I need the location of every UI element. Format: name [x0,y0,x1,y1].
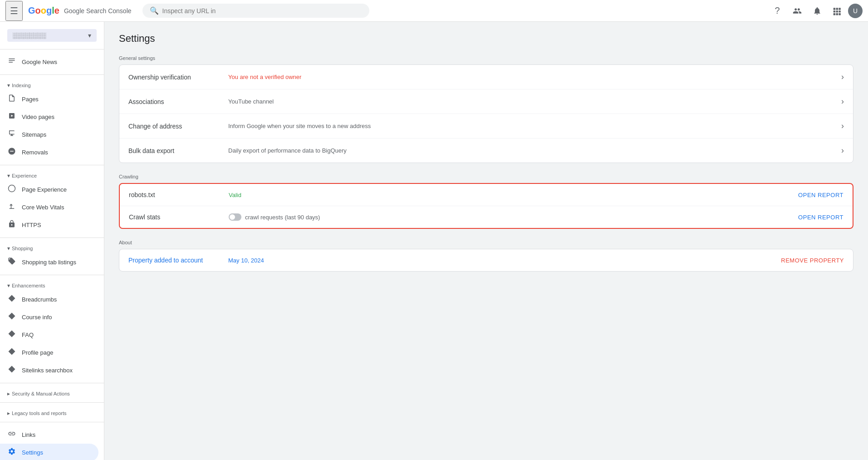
robots-txt-row[interactable]: robots.txt Valid OPEN REPORT [120,184,853,206]
property-selector[interactable]: ░░░░░░░░ ▾ [7,29,97,42]
sidebar-item-sitemaps[interactable]: Sitemaps [0,126,98,143]
links-icon [7,430,16,440]
sidebar-divider-5 [0,383,104,383]
sidebar-item-links[interactable]: Links [0,426,98,444]
crawl-toggle[interactable] [229,213,241,221]
sidebar-section-security[interactable]: ▸ Security & Manual Actions [0,387,104,399]
sidebar-item-course-info[interactable]: Course info [0,308,98,326]
sidebar-divider-4 [0,275,104,275]
sidebar-section-enhancements[interactable]: ▾ Enhancements [0,279,104,291]
avatar[interactable]: U [848,4,863,18]
sidebar-item-sitelinks-searchbox[interactable]: Sitelinks searchbox [0,361,98,379]
sidebar-section-legacy-label: Legacy tools and reports [12,411,66,416]
profile-page-icon [7,347,16,358]
help-icon[interactable]: ? [768,2,786,20]
sidebar-item-breadcrumbs[interactable]: Breadcrumbs [0,291,98,308]
sidebar-item-core-web-vitals[interactable]: Core Web Vitals [0,198,98,216]
crawl-stats-desc: crawl requests (last 90 days) [245,214,798,221]
sidebar-item-settings-label: Settings [22,449,43,456]
crawl-stats-row[interactable]: Crawl stats crawl requests (last 90 days… [120,206,853,228]
sidebar-divider-top [0,49,104,49]
change-of-address-row[interactable]: Change of address Inform Google when you… [119,114,853,138]
search-icon: 🔍 [150,6,159,15]
sidebar-section-legacy[interactable]: ▸ Legacy tools and reports [0,406,104,418]
svg-rect-2 [9,62,13,63]
sidebar-section-shopping-label: Shopping [12,246,33,251]
property-added-title: Property added to account [128,257,228,264]
sidebar-item-links-label: Links [22,431,35,438]
sidebar-section-enhancements-label: Enhancements [12,283,45,288]
ownership-verification-row[interactable]: Ownership verification You are not a ver… [119,65,853,89]
sidebar-item-profile-page[interactable]: Profile page [0,344,98,361]
change-of-address-chevron: › [841,121,844,131]
layout: ░░░░░░░░ ▾ Google News ▾ Indexing Pages [0,22,868,460]
sidebar-item-pages[interactable]: Pages [0,90,98,108]
sidebar-section-shopping[interactable]: ▾ Shopping [0,242,104,253]
crawl-stats-open-report[interactable]: OPEN REPORT [798,214,843,221]
page-experience-icon [7,184,16,195]
sidebar-item-video-pages-label: Video pages [22,114,54,120]
sidebar-section-indexing[interactable]: ▾ Indexing [0,79,104,90]
sidebar-item-removals[interactable]: Removals [0,143,98,161]
account-circle-icon[interactable] [788,2,806,20]
settings-icon [7,447,16,458]
notifications-icon[interactable] [808,2,826,20]
crawling-label: Crawling [119,174,853,179]
sidebar-item-faq[interactable]: FAQ [0,326,98,344]
svg-marker-8 [9,366,15,373]
sidebar-item-profile-page-label: Profile page [22,349,53,356]
apps-icon[interactable] [828,2,846,20]
sidebar-item-sitemaps-label: Sitemaps [22,131,46,138]
associations-row[interactable]: Associations YouTube channel › [119,89,853,114]
associations-value: YouTube channel [228,98,838,105]
chevron-down-icon-shopping: ▾ [7,245,10,252]
menu-icon[interactable]: ☰ [5,1,23,21]
general-settings-label: General settings [119,55,853,61]
sitelinks-searchbox-icon [7,365,16,376]
crawl-stats-value-area: crawl requests (last 90 days) [229,213,798,221]
pages-icon [7,94,16,104]
associations-chevron: › [841,97,844,106]
bulk-data-export-row[interactable]: Bulk data export Daily export of perform… [119,138,853,163]
sidebar-item-video-pages[interactable]: Video pages [0,108,98,126]
sidebar-item-shopping-tab-listings[interactable]: Shopping tab listings [0,253,98,271]
topbar-actions: ? U [768,2,863,20]
svg-marker-7 [9,348,15,355]
sidebar-item-pages-label: Pages [22,96,39,103]
sidebar-section-experience[interactable]: ▾ Experience [0,169,104,181]
sidebar-divider-1 [0,74,104,75]
svg-rect-1 [9,60,15,61]
sidebar-item-google-news[interactable]: Google News [0,53,98,71]
crawl-stats-title: Crawl stats [129,213,229,221]
app-name: Google Search Console [64,7,132,15]
video-pages-icon [7,112,16,122]
sidebar-item-breadcrumbs-label: Breadcrumbs [22,296,57,303]
sidebar-item-settings[interactable]: Settings [0,444,98,460]
bulk-data-export-chevron: › [841,146,844,155]
sidebar-divider-3 [0,237,104,238]
sidebar: ░░░░░░░░ ▾ Google News ▾ Indexing Pages [0,22,104,460]
about-card: Property added to account May 10, 2024 R… [119,249,853,272]
robots-txt-open-report[interactable]: OPEN REPORT [798,192,843,198]
bulk-data-export-desc: Daily export of performance data to BigQ… [228,147,838,154]
search-input[interactable] [162,7,362,15]
removals-icon [7,147,16,158]
shopping-tab-listings-icon [7,257,16,267]
sidebar-item-https[interactable]: HTTPS [0,216,98,234]
remove-property-button[interactable]: REMOVE PROPERTY [781,257,844,264]
sidebar-divider-6 [0,402,104,403]
sidebar-item-page-experience[interactable]: Page Experience [0,181,98,198]
chevron-down-icon-indexing: ▾ [7,82,10,89]
sidebar-item-faq-label: FAQ [22,331,34,338]
sidebar-divider-2 [0,165,104,165]
breadcrumbs-icon [7,294,16,305]
main-content: Settings General settings Ownership veri… [104,22,868,460]
associations-title: Associations [128,98,228,105]
search-bar[interactable]: 🔍 [142,4,369,18]
core-web-vitals-icon [7,202,16,213]
svg-rect-0 [9,59,15,59]
https-icon [7,220,16,230]
logo[interactable]: Google Google Search Console [28,5,132,16]
ownership-verification-value: You are not a verified owner [228,74,838,80]
sidebar-section-security-label: Security & Manual Actions [12,391,70,396]
